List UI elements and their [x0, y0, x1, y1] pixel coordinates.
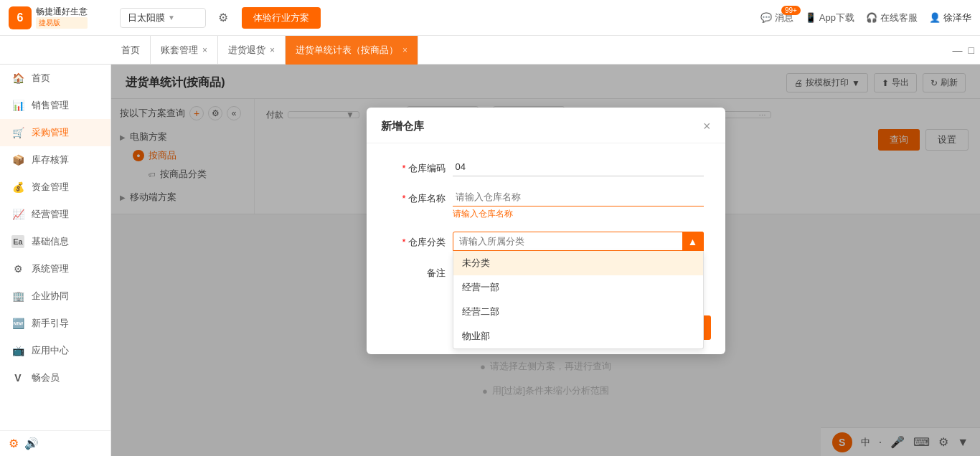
brand-badge: 捷易版	[36, 17, 88, 29]
top-bar: 6 畅捷通好生意 捷易版 日太阳膜 ▼ ⚙ 体验行业方案 💬 消息 99+ 📱 …	[0, 0, 980, 36]
logo-area: 6 畅捷通好生意 捷易版	[9, 6, 120, 29]
dropdown-item-ops1[interactable]: 经营一部	[453, 275, 703, 300]
sidebar-item-operations[interactable]: 📈 经营管理	[0, 201, 110, 228]
tab-controls: — □	[953, 44, 980, 56]
sidebar-item-purchase[interactable]: 🛒 采购管理	[0, 119, 110, 146]
required-star-code: *	[402, 163, 405, 174]
notes-label: 备注	[388, 262, 446, 280]
home-icon: 🏠	[11, 72, 24, 85]
user-name: 徐泽华	[943, 11, 971, 24]
app-download-icon: 📱	[805, 12, 816, 23]
sidebar-label-member: 畅会员	[32, 371, 60, 384]
sidebar-item-home[interactable]: 🏠 首页	[0, 65, 110, 92]
required-star-name: *	[402, 193, 405, 204]
online-service-label: 在线客服	[880, 11, 918, 24]
sidebar-label-home: 首页	[32, 72, 50, 85]
sidebar-label-enterprise: 企业协同	[32, 290, 69, 303]
account-tab-close[interactable]: ×	[202, 45, 207, 55]
apps-icon: 📺	[11, 344, 24, 357]
dropdown-item-ops2[interactable]: 经营二部	[453, 300, 703, 324]
warehouse-code-label: *仓库编码	[388, 158, 446, 175]
purchase-return-tab-label: 进货退货	[228, 44, 265, 57]
sidebar-label-apps: 应用中心	[32, 344, 69, 357]
message-item[interactable]: 💬 消息 99+	[760, 11, 793, 24]
tab-minimize-icon[interactable]: —	[953, 44, 963, 56]
app-download-label: App下载	[819, 11, 854, 24]
warehouse-name-row: *仓库名称 请输入仓库名称	[388, 188, 704, 220]
warehouse-category-row: *仓库分类 ▲ 未分类 经营一部 经营二部 物业部	[388, 232, 704, 251]
sidebar-item-apps[interactable]: 📺 应用中心	[0, 337, 110, 364]
content-area: 进货单统计(按商品) 🖨 按模板打印 ▼ ⬆ 导出 ↻ 刷新	[111, 65, 980, 456]
warehouse-dialog: 新增仓库 × *仓库编码	[367, 108, 725, 354]
app-logo: 6	[9, 6, 32, 29]
category-select-input[interactable]	[453, 232, 704, 251]
app-download-item[interactable]: 📱 App下载	[805, 11, 854, 24]
category-dropdown-arrow[interactable]: ▲	[682, 232, 704, 251]
dropdown-item-uncategorized[interactable]: 未分类	[453, 251, 703, 275]
finance-icon: 💰	[11, 181, 24, 194]
settings-icon[interactable]: ⚙	[212, 6, 235, 29]
warehouse-category-field: ▲ 未分类 经营一部 经营二部 物业部	[453, 232, 704, 251]
dialog-header: 新增仓库 ×	[367, 108, 725, 143]
store-name: 日太阳膜	[128, 11, 165, 24]
account-tab-label: 账套管理	[161, 44, 198, 57]
user-item[interactable]: 👤 徐泽华	[929, 11, 971, 24]
dropdown-item-property[interactable]: 物业部	[453, 324, 703, 348]
sidebar-item-system[interactable]: ⚙ 系统管理	[0, 255, 110, 282]
store-selector-arrow: ▼	[168, 14, 175, 22]
sidebar-item-finance[interactable]: 💰 资金管理	[0, 174, 110, 201]
sidebar-label-guide: 新手引导	[32, 317, 69, 330]
sidebar-label-sales: 销售管理	[32, 99, 69, 112]
store-selector[interactable]: 日太阳膜 ▼	[120, 8, 206, 28]
sidebar-item-guide[interactable]: 🆕 新手引导	[0, 310, 110, 337]
category-select-wrap: ▲ 未分类 经营一部 经营二部 物业部	[453, 232, 704, 251]
sales-icon: 📊	[11, 99, 24, 112]
warehouse-code-input[interactable]	[453, 158, 704, 176]
required-star-category: *	[402, 237, 405, 247]
sidebar-label-purchase: 采购管理	[32, 126, 69, 139]
purchase-icon: 🛒	[11, 126, 24, 139]
tab-purchase-stat[interactable]: 进货单统计表（按商品） ×	[286, 36, 418, 65]
warehouse-code-row: *仓库编码	[388, 158, 704, 176]
sidebar-label-system: 系统管理	[32, 262, 69, 275]
purchase-return-tab-close[interactable]: ×	[270, 45, 275, 55]
sidebar-label-operations: 经营管理	[32, 208, 69, 221]
guide-icon: 🆕	[11, 317, 24, 330]
inventory-icon: 📦	[11, 153, 24, 166]
headphone-icon: 🎧	[866, 12, 877, 23]
brand-name: 畅捷通好生意	[36, 6, 88, 18]
tab-account[interactable]: 账套管理 ×	[151, 36, 218, 65]
user-icon: 👤	[929, 12, 941, 23]
warehouse-code-field	[453, 158, 704, 176]
trial-button[interactable]: 体验行业方案	[242, 7, 321, 29]
dialog-body: *仓库编码 *仓库名称 请输入仓库名称	[367, 143, 725, 307]
main-layout: 🏠 首页 📊 销售管理 🛒 采购管理 📦 库存核算 💰 资金管理 📈 经营管理 …	[0, 65, 980, 456]
tab-purchase-return[interactable]: 进货退货 ×	[218, 36, 286, 65]
sidebar-item-inventory[interactable]: 📦 库存核算	[0, 146, 110, 174]
purchase-stat-tab-close[interactable]: ×	[402, 45, 407, 55]
sidebar-item-member[interactable]: V 畅会员	[0, 364, 110, 391]
dialog-close-button[interactable]: ×	[703, 119, 711, 134]
tab-expand-icon[interactable]: □	[969, 44, 974, 56]
tab-home[interactable]: 首页	[111, 36, 151, 65]
dialog-title: 新增仓库	[381, 120, 424, 133]
sidebar-label-inventory: 库存核算	[32, 153, 69, 166]
warehouse-category-label: *仓库分类	[388, 232, 446, 249]
member-icon: V	[11, 371, 24, 384]
sidebar-item-basic[interactable]: Ea 基础信息	[0, 228, 110, 255]
sidebar-item-sales[interactable]: 📊 销售管理	[0, 92, 110, 119]
operations-icon: 📈	[11, 208, 24, 221]
dialog-overlay: 新增仓库 × *仓库编码	[111, 65, 980, 456]
category-dropdown: 未分类 经营一部 经营二部 物业部	[453, 251, 704, 349]
sidebar-item-enterprise[interactable]: 🏢 企业协同	[0, 282, 110, 310]
sidebar-settings-icon[interactable]: ⚙	[9, 437, 19, 450]
purchase-stat-tab-label: 进货单统计表（按商品）	[296, 44, 398, 57]
online-service-item[interactable]: 🎧 在线客服	[866, 11, 918, 24]
home-tab-label: 首页	[121, 44, 140, 57]
warehouse-name-error: 请输入仓库名称	[453, 208, 704, 220]
warehouse-name-label: *仓库名称	[388, 188, 446, 205]
sidebar-volume-icon[interactable]: 🔊	[24, 437, 39, 450]
sidebar-label-basic: 基础信息	[32, 235, 69, 248]
basic-info-icon: Ea	[11, 235, 24, 248]
warehouse-name-input[interactable]	[453, 188, 704, 206]
